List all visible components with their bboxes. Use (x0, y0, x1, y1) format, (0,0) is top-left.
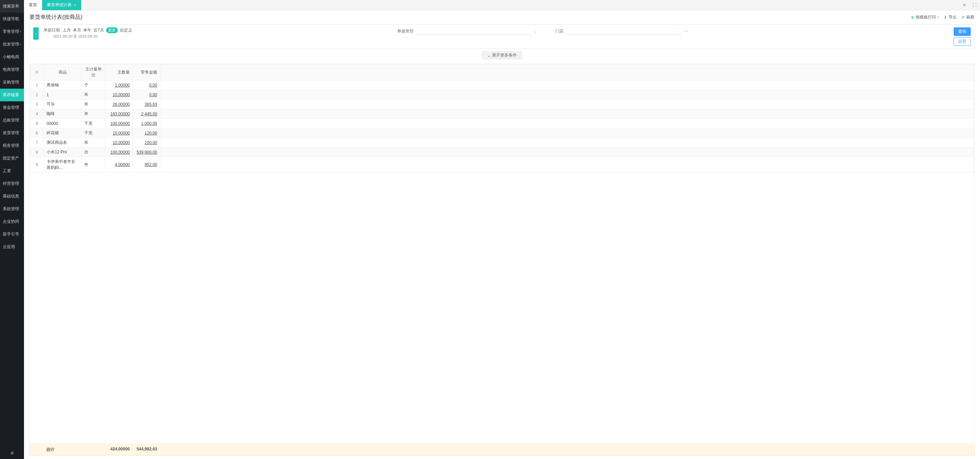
table-row[interactable]: 9卡伊美中老年女装妈妈…件4.00000952.00 (30, 157, 974, 173)
cell-amount[interactable]: 120.00 (133, 129, 160, 138)
tab-label: 首页 (29, 2, 37, 8)
fullscreen-toggle[interactable]: ⛶ (970, 1, 978, 9)
close-icon[interactable]: ✕ (74, 3, 76, 7)
column-settings[interactable]: ⚙ (30, 64, 44, 81)
table-row[interactable]: 7测试商品名米10.00000200.00 (30, 138, 974, 148)
date-more[interactable]: 更多 (106, 27, 118, 33)
table-row[interactable]: 21米10.000000.00 (30, 90, 974, 100)
doc-type-input[interactable] (416, 27, 532, 35)
sidebar-item-label: 批发管理 (3, 41, 19, 47)
query-button[interactable]: 查询 (954, 27, 971, 36)
cell-qty[interactable]: 100.00000 (105, 119, 133, 129)
cell-qty[interactable]: 163.00000 (105, 109, 133, 119)
footer-amount: 544,982.63 (132, 444, 160, 455)
close-all-tabs[interactable]: ✕ (960, 1, 968, 9)
cell-qty[interactable]: 10.00000 (105, 90, 133, 100)
sidebar-item-15[interactable]: 基础信息 (0, 190, 24, 203)
page-actions: ⊕ 按模板打印 ▾ ⬇ 导出 ⟳ 刷新 (911, 14, 975, 20)
cell-amount[interactable]: 539,900.00 (133, 148, 160, 157)
cell-qty[interactable]: 100.00000 (105, 148, 133, 157)
more-options-icon[interactable]: ⋯ (684, 29, 689, 33)
cell-idx: 5 (30, 119, 44, 129)
sidebar-item-8[interactable]: 资金管理 (0, 101, 24, 114)
export-action[interactable]: ⬇ 导出 (944, 14, 957, 20)
cell-qty[interactable]: 10.00000 (105, 129, 133, 138)
cell-amount[interactable]: 365.63 (133, 100, 160, 109)
cell-amount[interactable]: 0.00 (133, 90, 160, 100)
table-row[interactable]: 3可乐米26.00000365.63 (30, 100, 974, 109)
main-area: 首页要货单统计表✕ ✕ ⛶ 要货单统计表(按商品) ⊕ 按模板打印 ▾ ⬇ 导出… (24, 0, 980, 459)
sidebar-item-18[interactable]: 新手引导 (0, 228, 24, 241)
sidebar-item-0[interactable]: 搜索菜单 (0, 0, 24, 13)
date-this-year[interactable]: 本年 (83, 27, 91, 33)
sidebar-item-12[interactable]: 固定资产 (0, 152, 24, 165)
sidebar-item-17[interactable]: 企业协同 (0, 215, 24, 228)
table-row[interactable]: 500000千克100.000001,000.00 (30, 119, 974, 129)
col-qty[interactable]: 主数量 (105, 64, 133, 81)
table-footer: 合计 424.00000 544,982.63 (29, 444, 975, 456)
sidebar-item-10[interactable]: 发票管理 (0, 127, 24, 139)
tab-1[interactable]: 要货单统计表✕ (42, 0, 81, 10)
filter-collapse-handle[interactable]: › (33, 27, 39, 40)
date-range-text: 2021-09-20 至 2022-09-20 (43, 34, 132, 39)
sidebar-item-11[interactable]: 税务管理 (0, 139, 24, 152)
col-amount[interactable]: 零售金额 (133, 64, 160, 81)
table-row[interactable]: 8小米12 Pro台100.00000539,900.00 (30, 148, 974, 157)
refresh-action[interactable]: ⟳ 刷新 (961, 14, 975, 20)
table-scroll[interactable]: ⚙ 商品 主计量单位 主数量 零售金额 1奥迪锅个1.000000.0021米1… (29, 64, 975, 444)
settings-gear[interactable]: ⚙ (0, 447, 24, 459)
sidebar-item-16[interactable]: 系统管理 (0, 203, 24, 215)
cell-qty[interactable]: 1.00000 (105, 81, 133, 90)
chevron-down-icon[interactable]: ⌄ (534, 29, 537, 33)
col-unit[interactable]: 主计量单位 (81, 64, 105, 81)
cell-spacer (160, 81, 974, 90)
sidebar-item-5[interactable]: 电商管理 (0, 64, 24, 76)
sidebar-item-6[interactable]: 采购管理 (0, 76, 24, 89)
sidebar-item-1[interactable]: 快捷导航 (0, 13, 24, 25)
sidebar-item-19[interactable]: 云应用 (0, 241, 24, 253)
cell-product: 1 (44, 90, 81, 100)
cell-amount[interactable]: 952.00 (133, 157, 160, 173)
tab-0[interactable]: 首页 (24, 0, 42, 10)
sidebar-item-2[interactable]: 零售管理▾ (0, 25, 24, 38)
table-row[interactable]: 6碎花裙千克10.00000120.00 (30, 129, 974, 138)
date-custom[interactable]: 自定义 (120, 27, 132, 33)
config-button[interactable]: 设置 (954, 37, 971, 46)
sidebar-item-14[interactable]: 经营管理 (0, 177, 24, 190)
sidebar-item-4[interactable]: 小畅电商 (0, 51, 24, 64)
sidebar-item-label: 云应用 (3, 244, 15, 250)
sidebar-item-7[interactable]: 库存核算 (0, 89, 24, 101)
sidebar-item-9[interactable]: 总账管理 (0, 114, 24, 127)
date-last-month[interactable]: 上月 (63, 27, 71, 33)
chevron-down-icon: ▾ (937, 16, 939, 19)
cell-amount[interactable]: 200.00 (133, 138, 160, 148)
print-action[interactable]: ⊕ 按模板打印 ▾ (911, 14, 939, 20)
cell-amount[interactable]: 1,000.00 (133, 119, 160, 129)
cell-qty[interactable]: 10.00000 (105, 138, 133, 148)
cell-product: 00000 (44, 119, 81, 129)
doc-type-label: 单据类型 (397, 29, 414, 34)
cell-idx: 4 (30, 109, 44, 119)
data-table: ⚙ 商品 主计量单位 主数量 零售金额 1奥迪锅个1.000000.0021米1… (30, 64, 974, 173)
table-row[interactable]: 1奥迪锅个1.000000.00 (30, 81, 974, 90)
table-row[interactable]: 4咖啡米163.000002,445.00 (30, 109, 974, 119)
cell-spacer (160, 148, 974, 157)
sidebar-item-13[interactable]: 工资 (0, 165, 24, 177)
sidebar-item-3[interactable]: 批发管理▾ (0, 38, 24, 51)
col-product[interactable]: 商品 (44, 64, 81, 81)
store-input[interactable] (566, 27, 682, 35)
cell-amount[interactable]: 2,445.00 (133, 109, 160, 119)
tab-bar: 首页要货单统计表✕ ✕ ⛶ (24, 0, 980, 10)
refresh-icon: ⟳ (961, 15, 965, 20)
sidebar-item-label: 快捷导航 (3, 16, 19, 22)
sidebar-item-label: 经营管理 (3, 181, 19, 187)
chevron-down-icon: ▾ (20, 43, 21, 46)
cell-spacer (160, 138, 974, 148)
cell-qty[interactable]: 26.00000 (105, 100, 133, 109)
date-last-7[interactable]: 近7天 (94, 27, 104, 33)
cell-qty[interactable]: 4.00000 (105, 157, 133, 173)
sidebar-item-label: 采购管理 (3, 79, 19, 85)
cell-amount[interactable]: 0.00 (133, 81, 160, 90)
expand-filters-button[interactable]: ⌄ 展开更多条件 (482, 51, 522, 60)
date-this-month[interactable]: 本月 (73, 27, 81, 33)
